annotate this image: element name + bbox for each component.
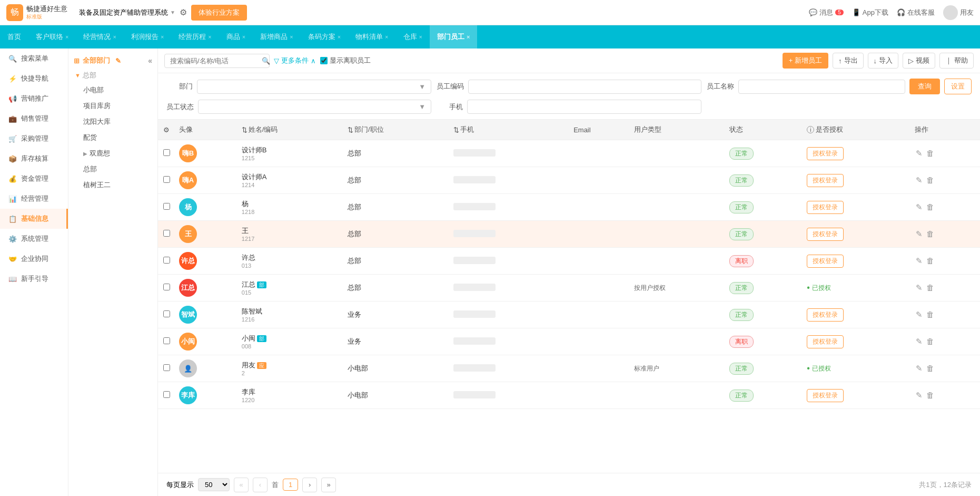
edit-icon[interactable]: ✎ [916,256,923,265]
auth-btn[interactable]: 授权登录 [807,147,844,160]
dept-item-shuanglu[interactable]: ▶双鹿想 [68,145,157,161]
edit-icon[interactable]: ✎ [916,337,923,346]
sidebar-item-bizmanage[interactable]: 📊 经营管理 [0,189,68,209]
more-filter-btn[interactable]: ▽ 更多条件 ∧ [274,56,316,65]
td-checkbox[interactable] [158,194,175,221]
close-icon[interactable]: × [338,34,341,40]
tab-barcode[interactable]: 条码方案 × [301,25,348,48]
td-checkbox[interactable] [158,355,175,382]
delete-icon[interactable]: 🗑 [926,149,934,158]
th-phone[interactable]: ⇅ 手机 [449,120,569,140]
edit-icon[interactable]: ✎ [916,229,923,238]
trial-button[interactable]: 体验行业方案 [191,5,247,21]
td-checkbox[interactable] [158,302,175,328]
row-checkbox[interactable] [163,203,170,210]
tab-bom[interactable]: 物料清单 × [348,25,395,48]
online-service-btn[interactable]: 🎧 在线客服 [897,8,935,17]
dept-collapse-btn[interactable]: « [148,56,152,65]
auth-btn[interactable]: 授权登录 [807,255,844,268]
delete-icon[interactable]: 🗑 [926,176,934,184]
view-button[interactable]: ▷ 视频 [903,53,935,69]
delete-icon[interactable]: 🗑 [926,229,934,238]
search-input[interactable] [170,57,259,65]
row-checkbox[interactable] [163,176,170,183]
td-checkbox[interactable] [158,140,175,167]
delete-icon[interactable]: 🗑 [926,391,934,400]
td-checkbox[interactable] [158,328,175,355]
search-input-wrapper[interactable]: 🔍 [164,54,270,68]
tab-goods[interactable]: 商品 × [219,25,253,48]
close-icon[interactable]: × [467,34,470,40]
setting-button[interactable]: 设置 [944,79,972,94]
tab-warehouse[interactable]: 仓库 × [396,25,430,48]
sidebar-item-search[interactable]: 🔍 搜索菜单 [0,48,68,69]
edit-icon[interactable]: ✎ [916,149,923,158]
empname-field[interactable] [744,83,899,91]
export-button[interactable]: ↑ 导出 [833,53,864,69]
tab-operation[interactable]: 经营情况 × [76,25,123,48]
td-checkbox[interactable] [158,382,175,409]
dept-edit-icon[interactable]: ✎ [115,57,121,65]
dept-item-project[interactable]: 项目库房 [68,98,157,114]
tab-customer[interactable]: 客户联络 × [28,25,76,48]
phone-field[interactable] [473,103,696,111]
delete-icon[interactable]: 🗑 [926,337,934,346]
sidebar-item-system[interactable]: ⚙️ 系统管理 [0,229,68,249]
app-download-btn[interactable]: 📱 App下载 [852,8,888,17]
per-page-select[interactable]: 50 100 [198,478,230,491]
tab-dept-employee[interactable]: 部门员工 × [430,25,477,48]
th-dept[interactable]: ⇅ 部门/职位 [343,120,449,140]
next-page-btn[interactable]: › [302,478,317,492]
row-checkbox[interactable] [163,230,170,237]
search-button[interactable]: 查询 [909,79,940,94]
td-checkbox[interactable] [158,248,175,275]
th-settings[interactable]: ⚙ [158,120,175,140]
dept-item-zhishu[interactable]: 植树王二 [68,177,157,193]
edit-icon[interactable]: ✎ [916,310,923,319]
dept-select[interactable]: ▼ [197,80,431,94]
user-btn[interactable]: 用友 [943,5,974,20]
sidebar-item-inventory[interactable]: 📦 库存核算 [0,149,68,169]
sidebar-item-purchase[interactable]: 🛒 采购管理 [0,129,68,149]
td-checkbox[interactable] [158,275,175,302]
import-button[interactable]: ↓ 导入 [868,53,899,69]
close-icon[interactable]: × [290,34,293,40]
system-selector[interactable]: 装备及固定资产辅助管理系统 ▼ [79,8,175,17]
close-icon[interactable]: × [242,34,245,40]
tab-home[interactable]: 首页 [0,25,28,48]
row-checkbox[interactable] [163,310,170,317]
prev-page-btn[interactable]: ‹ [253,478,268,492]
sidebar-item-finance[interactable]: 💰 资金管理 [0,169,68,189]
auth-btn[interactable]: 授权登录 [807,228,844,241]
sidebar-item-collab[interactable]: 🤝 企业协同 [0,249,68,269]
auth-btn[interactable]: 授权登录 [807,174,844,187]
row-checkbox[interactable] [163,149,170,156]
show-resigned-checkbox[interactable]: 显示离职员工 [320,56,371,65]
close-icon[interactable]: × [161,34,164,40]
close-icon[interactable]: × [419,34,422,40]
sidebar-item-basic[interactable]: 📋 基础信息 [0,209,68,229]
message-btn[interactable]: 💬 消息 5 [809,8,844,17]
th-name[interactable]: ⇅ 姓名/编码 [237,120,343,140]
auth-btn[interactable]: 授权登录 [807,308,844,322]
auth-btn[interactable]: 授权登录 [807,201,844,214]
empcode-field[interactable] [474,83,696,91]
add-employee-button[interactable]: + 新增员工 [783,53,828,69]
close-icon[interactable]: × [385,34,388,40]
edit-icon[interactable]: ✎ [916,391,923,400]
delete-icon[interactable]: 🗑 [926,364,934,373]
edit-icon[interactable]: ✎ [916,202,923,211]
dept-item-shenyang[interactable]: 沈阳大库 [68,114,157,130]
dept-item-peihuo[interactable]: 配货 [68,130,157,145]
sidebar-item-quicknav[interactable]: ⚡ 快捷导航 [0,69,68,89]
delete-icon[interactable]: 🗑 [926,310,934,319]
first-page-btn[interactable]: « [234,478,249,492]
close-icon[interactable]: × [65,34,68,40]
sidebar-item-guide[interactable]: 📖 新手引导 [0,269,68,289]
edit-icon[interactable]: ✎ [916,176,923,184]
row-checkbox[interactable] [163,257,170,264]
row-checkbox[interactable] [163,284,170,290]
td-checkbox[interactable] [158,221,175,248]
empcode-input[interactable] [468,80,701,94]
tab-add-goods[interactable]: 新增商品 × [253,25,300,48]
